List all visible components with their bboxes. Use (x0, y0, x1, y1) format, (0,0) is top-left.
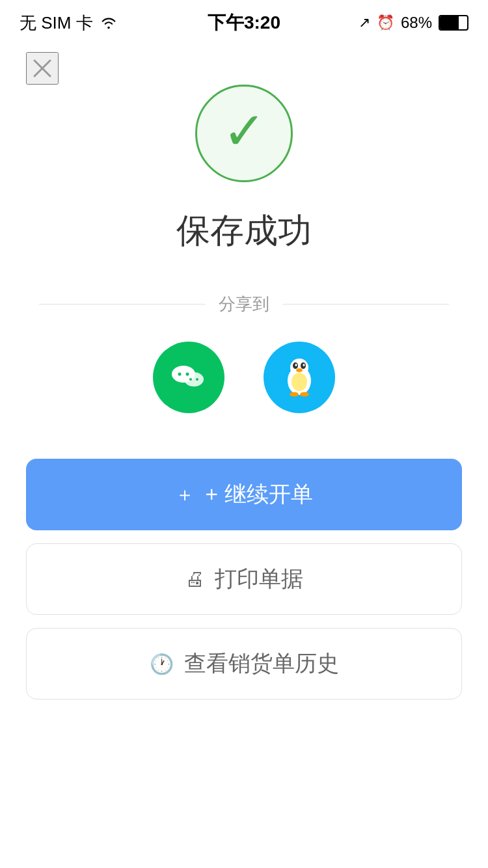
share-icons-container (153, 342, 335, 413)
action-buttons-container: ＋ + 继续开单 🖨 打印单据 🕐 查看销货单历史 (0, 459, 488, 699)
svg-point-16 (290, 392, 299, 397)
carrier-text: 无 SIM 卡 (20, 12, 93, 34)
print-button[interactable]: 🖨 打印单据 (26, 543, 462, 615)
main-content: ✓ 保存成功 分享到 (0, 46, 488, 699)
history-icon: 🕐 (150, 653, 174, 675)
wifi-icon (100, 16, 118, 30)
alarm-icon: ⏰ (377, 14, 394, 31)
battery-icon (439, 15, 468, 31)
print-icon: 🖨 (185, 568, 204, 590)
success-icon-circle: ✓ (195, 85, 293, 182)
wechat-icon (169, 361, 208, 394)
success-title: 保存成功 (176, 208, 312, 254)
svg-point-14 (296, 368, 303, 372)
svg-point-6 (189, 378, 192, 381)
share-divider: 分享到 (0, 293, 488, 316)
qq-share-button[interactable] (264, 342, 335, 413)
close-icon (32, 58, 53, 79)
status-bar: 无 SIM 卡 下午3:20 ↗ ⏰ 68% (0, 0, 488, 46)
close-button[interactable] (26, 52, 59, 85)
svg-point-7 (196, 378, 198, 381)
history-label: 查看销货单历史 (184, 649, 339, 679)
svg-point-12 (295, 364, 297, 366)
wechat-share-button[interactable] (153, 342, 224, 413)
history-button[interactable]: 🕐 查看销货单历史 (26, 628, 462, 699)
svg-point-4 (178, 373, 182, 376)
share-label: 分享到 (206, 293, 282, 316)
battery-text: 68% (401, 14, 432, 32)
divider-line-left (39, 304, 206, 305)
svg-point-5 (186, 373, 189, 376)
svg-point-13 (303, 364, 305, 366)
continue-label: + 继续开单 (205, 480, 312, 509)
continue-icon: ＋ (175, 481, 195, 508)
status-right: ↗ ⏰ 68% (359, 14, 468, 32)
location-icon: ↗ (359, 14, 370, 31)
checkmark-icon: ✓ (223, 105, 266, 157)
print-label: 打印单据 (215, 564, 303, 594)
divider-line-right (282, 304, 449, 305)
battery-fill (440, 16, 459, 29)
continue-button[interactable]: ＋ + 继续开单 (26, 459, 462, 530)
status-time: 下午3:20 (208, 10, 280, 35)
qq-icon (278, 355, 321, 400)
svg-point-15 (291, 373, 307, 391)
svg-point-17 (300, 392, 309, 397)
status-left: 无 SIM 卡 (20, 12, 118, 34)
